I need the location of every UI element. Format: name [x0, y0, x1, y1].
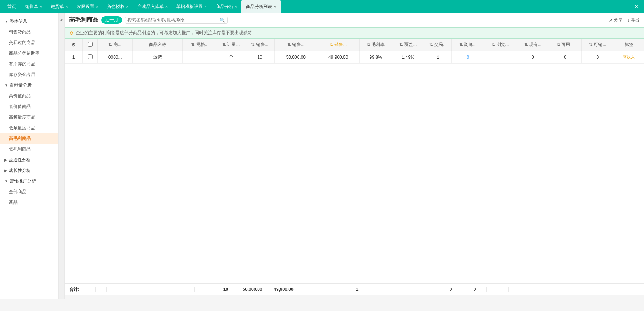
- sidebar-item-traded-goods[interactable]: 交易过的商品: [0, 37, 58, 48]
- tab-sales-order[interactable]: 销售单 ×: [21, 0, 46, 13]
- bottom-scrollbar[interactable]: [65, 295, 644, 299]
- col-header-avail[interactable]: ⇅ 可用...: [549, 39, 581, 51]
- sort-icon: ⇅: [429, 42, 433, 47]
- col-header-settings[interactable]: ⚙: [65, 39, 83, 51]
- footer-cell-sales-cost: 49,900.00: [268, 287, 299, 292]
- col-header-unit[interactable]: ⇅ 计量...: [217, 39, 245, 51]
- search-input[interactable]: [127, 18, 218, 23]
- sidebar-item-capital[interactable]: 库存资金占用: [0, 69, 58, 80]
- sidebar-item-new-goods[interactable]: 新品: [0, 197, 58, 208]
- col-header-stock[interactable]: ⇅ 现有...: [517, 39, 549, 51]
- col-header-browse1[interactable]: ⇅ 浏览...: [452, 39, 484, 51]
- cell-tag: 高收入: [614, 51, 644, 64]
- footer-cell-browse2: [391, 287, 415, 292]
- cell-browse2: [484, 51, 517, 64]
- col-header-spec[interactable]: ⇅ 规格...: [182, 39, 217, 51]
- sidebar-item-low-value[interactable]: 低价值商品: [0, 101, 58, 112]
- sidebar-item-low-freq[interactable]: 低频量度商品: [0, 123, 58, 133]
- sidebar-collapse-button[interactable]: «: [59, 13, 65, 299]
- tab-analysis-list[interactable]: 商品分析列表 ×: [241, 0, 280, 13]
- close-all-button[interactable]: ×: [632, 3, 641, 10]
- tab-template[interactable]: 单据模板设置 ×: [172, 0, 211, 13]
- footer-cell-sales-qty: 10: [215, 287, 237, 292]
- col-header-sell[interactable]: ⇅ 可销...: [582, 39, 614, 51]
- sort-icon: ⇅: [399, 42, 403, 47]
- arrow-right-icon: ▶: [4, 169, 7, 173]
- close-icon[interactable]: ×: [235, 4, 237, 9]
- cell-checkbox[interactable]: [83, 51, 98, 64]
- sidebar-item-low-margin[interactable]: 低毛利商品: [0, 144, 58, 155]
- tab-permissions[interactable]: 权限设置 ×: [72, 0, 102, 13]
- sidebar-item-high-value[interactable]: 高价值商品: [0, 91, 58, 101]
- close-icon[interactable]: ×: [40, 4, 42, 9]
- tab-products-in[interactable]: 产成品入库单 ×: [133, 0, 172, 13]
- filter-month-button[interactable]: 近一月: [101, 16, 122, 24]
- close-icon[interactable]: ×: [65, 4, 68, 9]
- col-header-name[interactable]: 商品名称: [133, 39, 183, 51]
- close-icon[interactable]: ×: [126, 4, 128, 9]
- search-icon[interactable]: 🔍: [220, 18, 225, 23]
- col-header-sales-cost[interactable]: ⇅ 销售...: [317, 39, 359, 51]
- sidebar-group-assets[interactable]: ▼ 贡献量分析: [0, 80, 58, 91]
- footer-cell-unit: [195, 287, 215, 292]
- col-header-browse2[interactable]: ⇅ 浏览...: [484, 39, 517, 51]
- sidebar-item-stock-goods[interactable]: 有库存的商品: [0, 59, 58, 69]
- cell-sell: 0: [582, 51, 614, 64]
- arrow-down-icon: ▼: [4, 179, 8, 183]
- sort-icon: ⇅: [222, 42, 226, 47]
- footer-cell-trade: 1: [347, 287, 367, 292]
- sidebar-group-overall[interactable]: ▼ 整体信息: [0, 16, 58, 27]
- cell-cover: 1.49%: [392, 51, 424, 64]
- sidebar-item-high-margin[interactable]: 高毛利商品: [0, 133, 58, 144]
- cell-avail: 0: [549, 51, 581, 64]
- sidebar-group-flow[interactable]: ▶ 流通性分析: [0, 155, 58, 165]
- sort-icon: ⇅: [367, 42, 370, 47]
- sidebar-item-category-help[interactable]: 商品分类辅助率: [0, 48, 58, 59]
- share-button[interactable]: ↗ 分享: [609, 17, 623, 23]
- col-header-checkbox[interactable]: [83, 39, 98, 51]
- select-all-checkbox[interactable]: [88, 42, 93, 47]
- close-icon[interactable]: ×: [165, 4, 168, 9]
- tab-analysis[interactable]: 商品分析 ×: [211, 0, 241, 13]
- cell-unit: 个: [217, 51, 245, 64]
- cell-code: 0000...: [98, 51, 133, 64]
- content-area: 高毛利商品 近一月 🔍 ↗ 分享 ↓ 导出 ⚙ 企业的主要的利润都是这部分商品创…: [65, 13, 644, 299]
- col-header-cover[interactable]: ⇅ 覆盖...: [392, 39, 424, 51]
- tab-home[interactable]: 首页: [3, 0, 21, 13]
- close-icon[interactable]: ×: [204, 4, 206, 9]
- footer-cell-browse1: [367, 287, 391, 292]
- sidebar-item-high-freq[interactable]: 高频量度商品: [0, 112, 58, 123]
- table-row: 1 0000... 运费: [65, 51, 644, 64]
- col-header-trade[interactable]: ⇅ 交易...: [424, 39, 452, 51]
- footer-cell-sell: 0: [463, 287, 487, 292]
- col-header-sales-qty[interactable]: ⇅ 销售...: [245, 39, 274, 51]
- sort-icon: ⇅: [251, 42, 255, 47]
- share-icon: ↗: [609, 18, 612, 23]
- sort-icon: ⇅: [589, 42, 593, 47]
- collapse-icon: «: [60, 18, 63, 23]
- close-icon[interactable]: ×: [96, 4, 98, 9]
- sidebar-item-sales-goods[interactable]: 销售货商品: [0, 27, 58, 37]
- sort-icon: ⇅: [108, 42, 112, 47]
- footer-cell-avail: 0: [439, 287, 463, 292]
- content-header: 高毛利商品 近一月 🔍 ↗ 分享 ↓ 导出: [65, 13, 644, 27]
- col-header-gross-rate[interactable]: ⇅ 毛利率: [359, 39, 392, 51]
- sort-icon: ⇅: [191, 42, 195, 47]
- data-table: ⚙ ⇅ 商... 商品名称 ⇅: [65, 39, 644, 64]
- tab-purchase[interactable]: 进货单 ×: [46, 0, 72, 13]
- tab-roles[interactable]: 角色授权 ×: [102, 0, 133, 13]
- cell-browse1[interactable]: 0: [452, 51, 484, 64]
- footer-cell-spec: [169, 287, 195, 292]
- table-header-row: ⚙ ⇅ 商... 商品名称 ⇅: [65, 39, 644, 51]
- export-button[interactable]: ↓ 导出: [627, 17, 640, 23]
- sidebar-group-marketing[interactable]: ▼ 营销推广分析: [0, 176, 58, 187]
- footer-cell-tag: [487, 287, 509, 292]
- sidebar-group-growth[interactable]: ▶ 成长性分析: [0, 165, 58, 176]
- row-checkbox[interactable]: [88, 54, 93, 59]
- col-header-sales-amt[interactable]: ⇅ 销售...: [275, 39, 317, 51]
- sidebar-item-all-goods[interactable]: 全部商品: [0, 187, 58, 197]
- close-icon[interactable]: ×: [274, 4, 276, 9]
- col-header-code[interactable]: ⇅ 商...: [98, 39, 133, 51]
- footer-cell-code: [107, 287, 132, 292]
- col-header-tag[interactable]: 标签: [614, 39, 644, 51]
